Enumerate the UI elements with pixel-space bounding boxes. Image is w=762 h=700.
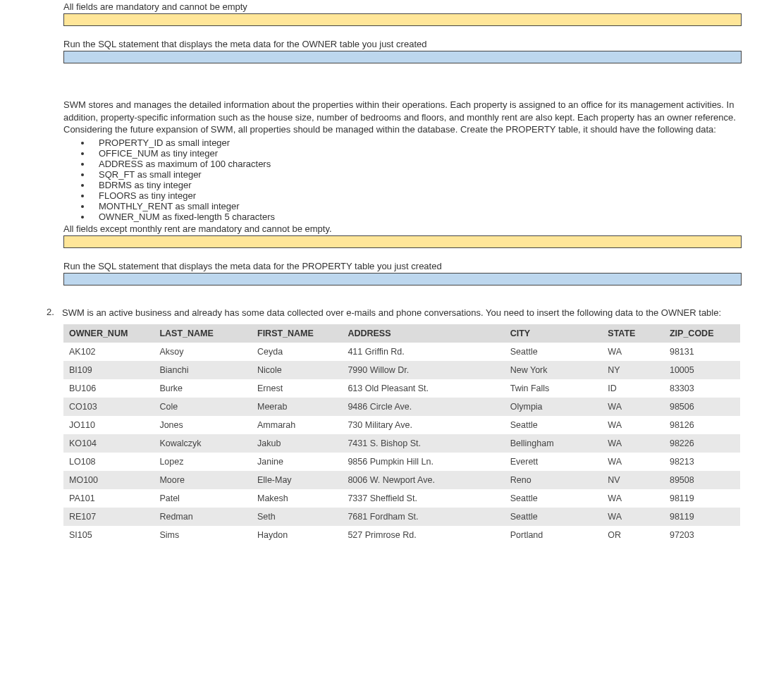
table-cell: AK102 <box>63 343 154 361</box>
table-cell: Moore <box>154 471 252 489</box>
answer-bar-property-meta[interactable] <box>63 273 742 285</box>
question-2-text: SWM is an active business and already ha… <box>62 307 721 319</box>
table-cell: WA <box>602 398 664 416</box>
table-row: MO100MooreElle-May8006 W. Newport Ave.Re… <box>63 471 740 489</box>
table-cell: Jones <box>154 416 252 434</box>
table-row: RE107RedmanSeth7681 Fordham St.SeattleWA… <box>63 508 740 526</box>
table-row: AK102AksoyCeyda411 Griffin Rd.SeattleWA9… <box>63 343 740 361</box>
question-2: 2. SWM is an active business and already… <box>63 307 747 321</box>
table-cell: 89508 <box>664 471 740 489</box>
table-cell: Bianchi <box>154 361 252 379</box>
property-paragraph: SWM stores and manages the detailed info… <box>63 99 740 136</box>
run-meta-property-instruction: Run the SQL statement that displays the … <box>63 261 747 271</box>
table-cell: 98119 <box>664 489 740 508</box>
table-cell: New York <box>505 361 603 379</box>
table-cell: Meerab <box>252 398 342 416</box>
owner-table: OWNER_NUM LAST_NAME FIRST_NAME ADDRESS C… <box>63 324 740 544</box>
table-cell: WA <box>602 343 664 361</box>
table-cell: 98126 <box>664 416 740 434</box>
table-cell: Ceyda <box>252 343 342 361</box>
list-item: BDRMS as tiny integer <box>92 180 747 190</box>
table-row: SI105SimsHaydon527 Primrose Rd.PortlandO… <box>63 526 740 544</box>
table-cell: Twin Falls <box>505 379 603 398</box>
table-cell: Redman <box>154 508 252 526</box>
table-cell: Aksoy <box>154 343 252 361</box>
table-cell: 10005 <box>664 361 740 379</box>
table-cell: CO103 <box>63 398 154 416</box>
table-row: PA101PatelMakesh7337 Sheffield St.Seattl… <box>63 489 740 508</box>
table-cell: Burke <box>154 379 252 398</box>
table-cell: JO110 <box>63 416 154 434</box>
list-item: PROPERTY_ID as small integer <box>92 137 747 148</box>
table-row: KO104KowalczykJakub7431 S. Bishop St.Bel… <box>63 434 740 453</box>
owner-th-owner-num: OWNER_NUM <box>63 324 154 343</box>
table-cell: Makesh <box>252 489 342 508</box>
table-cell: 98506 <box>664 398 740 416</box>
table-cell: NY <box>602 361 664 379</box>
table-cell: PA101 <box>63 489 154 508</box>
answer-bar-property-create[interactable] <box>63 235 742 248</box>
table-row: BI109BianchiNicole7990 Willow Dr.New Yor… <box>63 361 740 379</box>
table-cell: Portland <box>505 526 603 544</box>
table-cell: OR <box>602 526 664 544</box>
table-cell: 7431 S. Bishop St. <box>342 434 504 453</box>
table-cell: ID <box>602 379 664 398</box>
table-row: LO108LopezJanine9856 Pumpkin Hill Ln.Eve… <box>63 453 740 471</box>
table-cell: Seattle <box>505 508 603 526</box>
owner-table-header-row: OWNER_NUM LAST_NAME FIRST_NAME ADDRESS C… <box>63 324 740 343</box>
list-item: ADDRESS as maximum of 100 characters <box>92 159 747 169</box>
table-cell: WA <box>602 489 664 508</box>
table-cell: KO104 <box>63 434 154 453</box>
table-cell: 9486 Circle Ave. <box>342 398 504 416</box>
table-cell: MO100 <box>63 471 154 489</box>
property-field-list: PROPERTY_ID as small integer OFFICE_NUM … <box>92 137 747 222</box>
table-cell: Seattle <box>505 343 603 361</box>
table-cell: Cole <box>154 398 252 416</box>
owner-th-state: STATE <box>602 324 664 343</box>
table-cell: NV <box>602 471 664 489</box>
table-cell: 98213 <box>664 453 740 471</box>
table-cell: Lopez <box>154 453 252 471</box>
owner-th-first-name: FIRST_NAME <box>252 324 342 343</box>
owner-th-zip: ZIP_CODE <box>664 324 740 343</box>
table-row: JO110JonesAmmarah730 Military Ave.Seattl… <box>63 416 740 434</box>
table-cell: RE107 <box>63 508 154 526</box>
table-cell: Nicole <box>252 361 342 379</box>
table-cell: 527 Primrose Rd. <box>342 526 504 544</box>
list-item: OWNER_NUM as fixed-length 5 characters <box>92 211 747 222</box>
table-cell: Jakub <box>252 434 342 453</box>
table-cell: 98119 <box>664 508 740 526</box>
answer-bar-owner-create[interactable] <box>63 13 742 26</box>
table-cell: Sims <box>154 526 252 544</box>
table-cell: WA <box>602 453 664 471</box>
table-cell: Seattle <box>505 416 603 434</box>
table-cell: Janine <box>252 453 342 471</box>
table-cell: 411 Griffin Rd. <box>342 343 504 361</box>
table-cell: Ammarah <box>252 416 342 434</box>
table-cell: 7990 Willow Dr. <box>342 361 504 379</box>
owner-th-address: ADDRESS <box>342 324 504 343</box>
table-cell: Reno <box>505 471 603 489</box>
owner-th-last-name: LAST_NAME <box>154 324 252 343</box>
table-cell: 98226 <box>664 434 740 453</box>
table-cell: 613 Old Pleasant St. <box>342 379 504 398</box>
table-cell: Bellingham <box>505 434 603 453</box>
answer-bar-owner-meta[interactable] <box>63 51 742 63</box>
table-cell: 8006 W. Newport Ave. <box>342 471 504 489</box>
table-cell: Olympia <box>505 398 603 416</box>
table-cell: 98131 <box>664 343 740 361</box>
table-cell: 83303 <box>664 379 740 398</box>
table-cell: BI109 <box>63 361 154 379</box>
table-cell: Everett <box>505 453 603 471</box>
table-cell: WA <box>602 434 664 453</box>
table-cell: Elle-May <box>252 471 342 489</box>
table-cell: Haydon <box>252 526 342 544</box>
table-cell: Ernest <box>252 379 342 398</box>
owner-th-city: CITY <box>505 324 603 343</box>
property-mandatory-note: All fields except monthly rent are manda… <box>63 223 747 234</box>
list-item: FLOORS as tiny integer <box>92 190 747 201</box>
table-cell: SI105 <box>63 526 154 544</box>
table-cell: 97203 <box>664 526 740 544</box>
table-row: BU106BurkeErnest613 Old Pleasant St.Twin… <box>63 379 740 398</box>
table-cell: 7337 Sheffield St. <box>342 489 504 508</box>
